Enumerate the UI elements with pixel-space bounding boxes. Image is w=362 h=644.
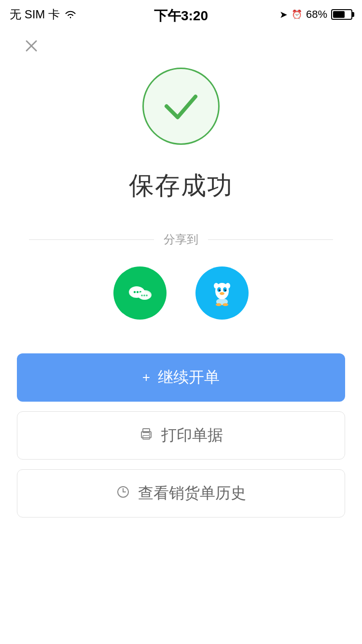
printer-icon <box>139 427 153 445</box>
success-title: 保存成功 <box>129 169 233 203</box>
printer-svg <box>139 427 153 441</box>
print-receipt-button[interactable]: 打印单据 <box>17 411 345 460</box>
svg-point-27 <box>220 292 224 295</box>
plus-icon: + <box>142 370 150 385</box>
history-icon <box>116 485 130 503</box>
wechat-share-button[interactable] <box>113 266 167 320</box>
svg-point-9 <box>133 291 135 293</box>
history-svg <box>116 485 130 499</box>
share-icons-container <box>113 266 249 320</box>
close-icon <box>23 37 40 55</box>
svg-point-26 <box>225 289 226 290</box>
view-history-button[interactable]: 查看销货单历史 <box>17 469 345 518</box>
main-content: 保存成功 分享到 <box>0 29 362 518</box>
share-label: 分享到 <box>154 232 208 247</box>
print-receipt-label: 打印单据 <box>161 425 223 446</box>
location-icon: ➤ <box>279 9 288 20</box>
qq-share-button[interactable] <box>195 266 249 320</box>
continue-order-label: 继续开单 <box>158 367 220 388</box>
svg-point-15 <box>143 294 145 296</box>
battery-fill <box>333 11 345 18</box>
divider-line-left <box>29 239 154 240</box>
checkmark-icon <box>159 84 203 128</box>
qq-icon <box>207 278 238 309</box>
svg-point-10 <box>136 291 138 293</box>
battery-percent: 68% <box>306 8 327 21</box>
svg-point-30 <box>223 303 228 306</box>
status-bar-time: 下午3:20 <box>154 7 208 25</box>
status-bar: 无 SIM 卡 下午3:20 ➤ ⏰ 68% <box>0 0 362 29</box>
wechat-icon <box>125 278 156 309</box>
status-bar-left: 无 SIM 卡 <box>10 7 77 22</box>
wifi-icon <box>64 10 77 19</box>
divider-line-right <box>208 239 333 240</box>
svg-point-34 <box>149 433 151 434</box>
share-divider: 分享到 <box>0 232 362 247</box>
continue-order-button[interactable]: + 继续开单 <box>17 353 345 402</box>
view-history-label: 查看销货单历史 <box>138 483 246 504</box>
status-bar-right: ➤ ⏰ 68% <box>279 8 352 21</box>
no-sim-text: 无 SIM 卡 <box>10 7 60 22</box>
success-circle <box>142 68 220 145</box>
battery-icon <box>331 9 352 20</box>
svg-point-16 <box>146 294 148 296</box>
alarm-icon: ⏰ <box>292 9 302 20</box>
close-button[interactable] <box>19 34 43 58</box>
action-buttons: + 继续开单 打印单据 <box>17 353 345 518</box>
svg-point-25 <box>220 289 221 290</box>
svg-point-14 <box>141 294 143 296</box>
svg-point-29 <box>216 303 222 306</box>
